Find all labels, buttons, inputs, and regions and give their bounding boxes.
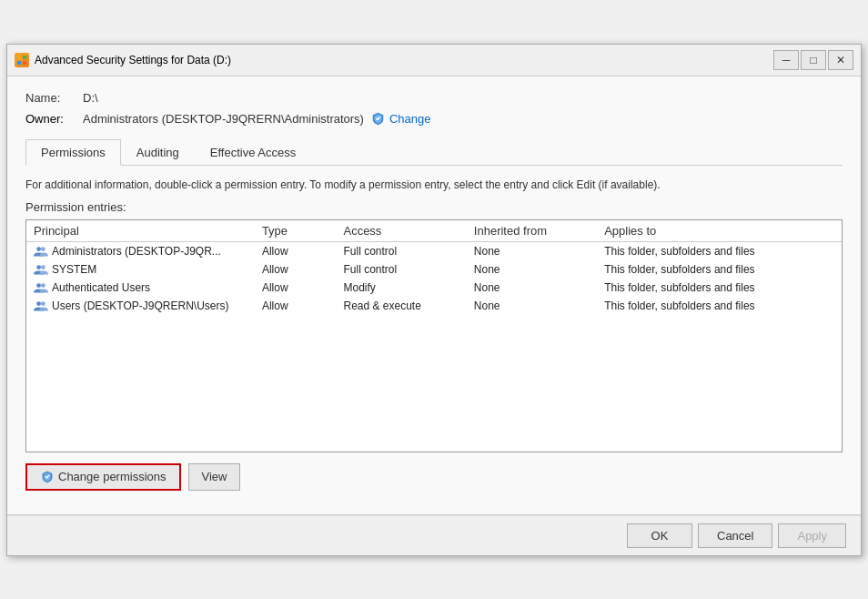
permissions-table: Principal Type Access Inherited from App… — [25, 219, 843, 452]
name-value: D:\ — [83, 91, 98, 105]
titlebar-icon — [15, 53, 29, 67]
owner-label: Owner: — [25, 112, 76, 126]
cell-principal: SYSTEM — [26, 260, 255, 279]
window-app-icon — [16, 55, 27, 66]
header-access: Access — [336, 220, 466, 242]
change-permissions-button[interactable]: Change permissions — [25, 463, 181, 491]
user-group-icon — [34, 281, 48, 294]
apply-button[interactable]: Apply — [778, 523, 846, 548]
cell-access: Full control — [336, 242, 466, 260]
name-label: Name: — [25, 91, 76, 105]
change-permissions-label: Change permissions — [58, 470, 167, 483]
window-controls: ─ □ ✕ — [773, 50, 853, 70]
cell-type: Allow — [255, 260, 337, 279]
table-row[interactable]: SYSTEMAllowFull controlNoneThis folder, … — [26, 260, 842, 279]
cell-principal: Users (DESKTOP-J9QRERN\Users) — [26, 297, 255, 315]
view-button[interactable]: View — [188, 463, 241, 491]
tab-effective-access[interactable]: Effective Access — [195, 139, 311, 166]
user-group-icon — [34, 300, 48, 312]
main-window: Advanced Security Settings for Data (D:)… — [6, 44, 862, 556]
cell-applies: This folder, subfolders and files — [597, 242, 842, 260]
info-text: For additional information, double-click… — [25, 177, 843, 193]
name-field-row: Name: D:\ — [25, 91, 843, 105]
user-group-icon — [34, 245, 48, 258]
cell-applies: This folder, subfolders and files — [597, 297, 842, 315]
cell-access: Full control — [336, 260, 466, 279]
titlebar: Advanced Security Settings for Data (D:)… — [7, 45, 861, 76]
header-applies: Applies to — [597, 220, 842, 242]
change-perms-shield-icon — [40, 470, 55, 484]
table-header: Principal Type Access Inherited from App… — [26, 220, 842, 242]
minimize-button[interactable]: ─ — [773, 50, 799, 70]
principal-name: SYSTEM — [52, 263, 96, 276]
ok-button[interactable]: OK — [627, 523, 692, 548]
change-owner-link[interactable]: Change — [371, 112, 431, 127]
change-link-label: Change — [389, 112, 431, 126]
table-row[interactable]: Authenticated UsersAllowModifyNoneThis f… — [26, 279, 842, 297]
header-principal: Principal — [26, 220, 255, 242]
cell-principal: Authenticated Users — [26, 279, 255, 297]
principal-name: Users (DESKTOP-J9QRERN\Users) — [52, 300, 228, 312]
cell-inherited: None — [467, 242, 597, 260]
header-type: Type — [255, 220, 337, 242]
shield-icon — [371, 112, 386, 127]
cancel-button[interactable]: Cancel — [698, 523, 772, 548]
svg-point-9 — [41, 284, 45, 289]
cell-principal: Administrators (DESKTOP-J9QR... — [26, 242, 255, 260]
window-title: Advanced Security Settings for Data (D:) — [35, 54, 768, 66]
svg-rect-1 — [23, 56, 26, 59]
svg-rect-3 — [23, 61, 26, 65]
view-label: View — [202, 470, 227, 483]
cell-applies: This folder, subfolders and files — [597, 260, 842, 279]
cell-inherited: None — [467, 297, 597, 315]
svg-point-6 — [36, 266, 41, 270]
table-body: Administrators (DESKTOP-J9QR...AllowFull… — [26, 242, 842, 452]
svg-point-5 — [41, 248, 45, 252]
owner-value: Administrators (DESKTOP-J9QRERN\Administ… — [83, 112, 364, 126]
user-group-icon — [34, 263, 48, 276]
cell-type: Allow — [255, 242, 337, 260]
owner-field-row: Owner: Administrators (DESKTOP-J9QRERN\A… — [25, 112, 843, 127]
header-inherited: Inherited from — [467, 220, 597, 242]
tab-auditing[interactable]: Auditing — [121, 139, 195, 166]
svg-rect-0 — [17, 56, 21, 59]
svg-point-10 — [36, 302, 41, 307]
principal-name: Administrators (DESKTOP-J9QR... — [52, 245, 221, 258]
close-button[interactable]: ✕ — [828, 50, 853, 70]
cell-type: Allow — [255, 297, 337, 315]
cell-applies: This folder, subfolders and files — [597, 279, 842, 297]
bottom-buttons: Change permissions View — [25, 463, 843, 491]
content-area: Name: D:\ Owner: Administrators (DESKTOP… — [7, 76, 861, 514]
tab-permissions[interactable]: Permissions — [25, 139, 121, 166]
principal-name: Authenticated Users — [52, 281, 150, 294]
cell-access: Read & execute — [336, 297, 466, 315]
footer: OK Cancel Apply — [7, 515, 861, 555]
cell-inherited: None — [467, 279, 597, 297]
svg-point-8 — [36, 284, 41, 289]
svg-point-11 — [41, 302, 45, 307]
table-row[interactable]: Users (DESKTOP-J9QRERN\Users)AllowRead &… — [26, 297, 842, 315]
maximize-button[interactable]: □ — [801, 50, 826, 70]
cell-type: Allow — [255, 279, 337, 297]
cell-inherited: None — [467, 260, 597, 279]
svg-point-7 — [41, 266, 45, 270]
svg-point-4 — [36, 248, 41, 252]
entries-label: Permission entries: — [25, 200, 843, 214]
tab-bar: Permissions Auditing Effective Access — [25, 139, 843, 166]
table-row[interactable]: Administrators (DESKTOP-J9QR...AllowFull… — [26, 242, 842, 260]
svg-rect-2 — [17, 61, 21, 65]
cell-access: Modify — [336, 279, 466, 297]
